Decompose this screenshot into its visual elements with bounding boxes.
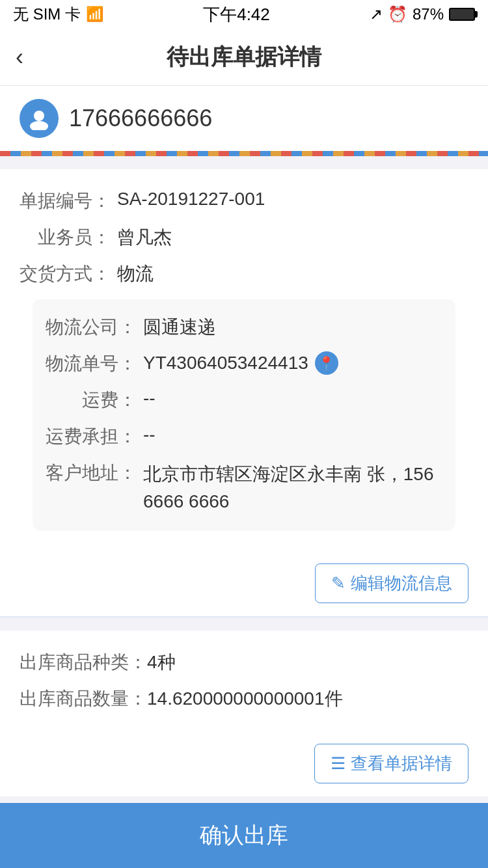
page-content: 17666666666 单据编号： SA-20191227-001 业务员： 曾… — [0, 86, 488, 868]
goods-type-value: 4种 — [147, 650, 468, 675]
address-label: 客户地址： — [46, 461, 137, 485]
page-title: 待出库单据详情 — [167, 42, 321, 72]
order-info-section: 单据编号： SA-20191227-001 业务员： 曾凡杰 交货方式： 物流 … — [0, 169, 488, 550]
battery-icon — [449, 8, 475, 21]
logistics-company-label: 物流公司： — [46, 315, 137, 340]
svg-point-0 — [34, 111, 44, 121]
delivery-label: 交货方式： — [20, 262, 111, 286]
map-pin-icon[interactable]: 📍 — [315, 351, 338, 375]
status-bar-left: 无 SIM 卡 📶 — [13, 4, 103, 25]
avatar — [20, 99, 59, 138]
svg-point-1 — [30, 121, 48, 130]
order-number-row: 单据编号： SA-20191227-001 — [20, 189, 468, 213]
carrier-text: 无 SIM 卡 — [13, 4, 81, 25]
freight-row: 运费： -- — [46, 388, 442, 413]
goods-type-label: 出库商品种类： — [20, 650, 147, 675]
confirm-button-bar[interactable]: 确认出库 — [0, 803, 488, 868]
logistics-card: 物流公司： 圆通速递 物流单号： YT43064053424413 📍 运费： … — [33, 299, 455, 531]
status-bar-time: 下午4:42 — [203, 3, 270, 26]
wifi-icon: 📶 — [86, 6, 103, 23]
edit-button-row: ✎ 编辑物流信息 — [0, 550, 488, 616]
view-detail-label: 查看单据详情 — [351, 752, 452, 775]
logistics-tracking-row: 物流单号： YT43064053424413 📍 — [46, 351, 442, 376]
goods-quantity-label: 出库商品数量： — [20, 686, 147, 711]
goods-quantity-value: 14.620000000000001件 — [147, 686, 468, 711]
dashed-divider — [0, 151, 488, 156]
status-bar-right: ↗ ⏰ 87% — [370, 5, 475, 23]
freight-label: 运费： — [46, 388, 137, 413]
salesman-label: 业务员： — [20, 225, 111, 250]
logistics-tracking-label: 物流单号： — [46, 351, 137, 376]
back-button[interactable]: ‹ — [16, 44, 23, 71]
logistics-company-row: 物流公司： 圆通速递 — [46, 315, 442, 340]
goods-type-row: 出库商品种类： 4种 — [20, 650, 468, 675]
address-value: 北京市市辖区海淀区永丰南 张，156 6666 6666 — [143, 461, 442, 515]
battery-text: 87% — [413, 5, 444, 23]
freight-bearer-value: -- — [143, 424, 442, 445]
freight-value: -- — [143, 388, 442, 409]
customer-phone: 17666666666 — [69, 105, 212, 132]
salesman-row: 业务员： 曾凡杰 — [20, 225, 468, 250]
view-detail-button-row: ☰ 查看单据详情 — [0, 731, 488, 796]
edit-logistics-button[interactable]: ✎ 编辑物流信息 — [315, 563, 468, 603]
salesman-value: 曾凡杰 — [117, 225, 468, 250]
nav-bar: ‹ 待出库单据详情 — [0, 29, 488, 86]
section-separator — [0, 616, 488, 617]
view-detail-button[interactable]: ☰ 查看单据详情 — [314, 744, 468, 783]
address-row: 客户地址： 北京市市辖区海淀区永丰南 张，156 6666 6666 — [46, 461, 442, 515]
goods-quantity-row: 出库商品数量： 14.620000000000001件 — [20, 686, 468, 711]
goods-section: 出库商品种类： 4种 出库商品数量： 14.620000000000001件 — [0, 631, 488, 731]
customer-section: 17666666666 — [0, 86, 488, 151]
alarm-icon: ⏰ — [388, 5, 407, 23]
logistics-tracking-value: YT43064053424413 📍 — [143, 351, 442, 375]
freight-bearer-row: 运费承担： -- — [46, 424, 442, 449]
status-bar: 无 SIM 卡 📶 下午4:42 ↗ ⏰ 87% — [0, 0, 488, 29]
edit-logistics-label: 编辑物流信息 — [351, 572, 452, 595]
list-icon: ☰ — [331, 753, 346, 774]
order-number-label: 单据编号： — [20, 189, 111, 213]
location-arrow-icon: ↗ — [370, 5, 383, 23]
logistics-company-value: 圆通速递 — [143, 315, 442, 340]
freight-bearer-label: 运费承担： — [46, 424, 137, 449]
order-number-value: SA-20191227-001 — [117, 189, 468, 210]
confirm-button-label: 确认出库 — [200, 821, 288, 850]
edit-icon: ✎ — [331, 573, 346, 593]
delivery-value: 物流 — [117, 262, 468, 286]
delivery-row: 交货方式： 物流 — [20, 262, 468, 286]
